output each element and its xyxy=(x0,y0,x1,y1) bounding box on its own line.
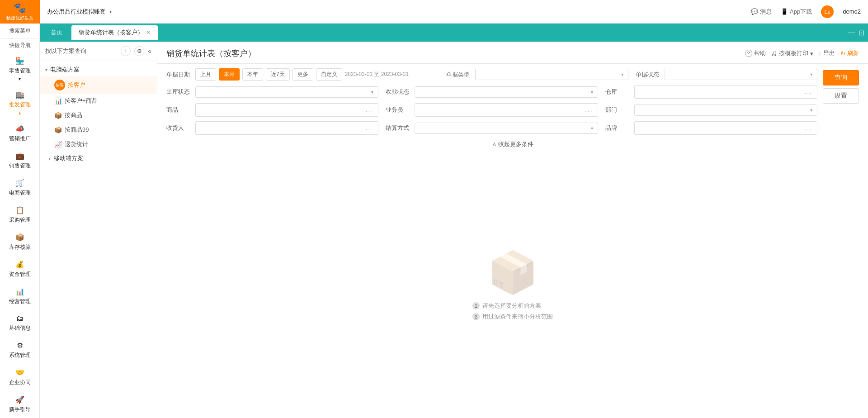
salesperson-label: 业务员 xyxy=(386,106,411,114)
sidebar-item-label: 营销推广 xyxy=(9,135,31,142)
tree-group-pc[interactable]: ▾ 电脑端方案 xyxy=(40,63,157,76)
wholesale-icon: 🏬 xyxy=(15,90,24,99)
basic-icon: 🗂 xyxy=(16,314,24,323)
doc-type-arrow: ▾ xyxy=(621,72,623,77)
sidebar-item-label: 批发管理 xyxy=(9,101,31,109)
tab-sales-stats[interactable]: 销货单统计表（按客户） ✕ xyxy=(71,25,158,40)
last-7-btn[interactable]: 近7天 xyxy=(266,68,290,81)
receiver-input[interactable]: ... xyxy=(195,121,378,135)
sidebar-item-label: 系统管理 xyxy=(9,352,31,359)
sidebar-item-label: 经营管理 xyxy=(9,298,31,305)
tab-home[interactable]: 首页 xyxy=(43,25,70,40)
sidebar-item-marketing[interactable]: 📣 营销推广 xyxy=(0,120,40,147)
username: demo2 xyxy=(843,8,861,15)
help-label: 帮助 xyxy=(754,49,766,57)
filter-row-4: 收货人 ... 结算方式 ▾ xyxy=(166,121,817,135)
this-month-btn[interactable]: 本月 xyxy=(219,68,240,81)
finance-icon: 💰 xyxy=(15,260,24,269)
receipt-status-select[interactable]: ▾ xyxy=(415,86,598,98)
query-button[interactable]: 查询 xyxy=(823,70,859,86)
settings-scheme-btn[interactable]: ⚙ xyxy=(134,46,144,56)
empty-step-2-text: 用过滤条件来缩小分析范围 xyxy=(482,313,553,321)
sidebar-search[interactable]: 搜索菜单 xyxy=(0,24,40,39)
sidebar-item-inventory[interactable]: 📦 库存核算 xyxy=(0,228,40,256)
user-avatar[interactable]: Ea xyxy=(821,5,834,18)
sidebar-item-enterprise[interactable]: 🤝 企业协同 xyxy=(0,364,40,391)
tree-group-mobile[interactable]: ▸ 移动端方案 xyxy=(40,152,157,165)
sidebar: 🐾 畅捷优好生意 搜索菜单 快捷导航 🏪 零售管理 ▾ 🏬 批发管理 ▴ 📣 营… xyxy=(0,0,40,418)
tree-item-by-customer-product[interactable]: 📊 按客户+商品 xyxy=(40,94,157,108)
doc-status-select[interactable]: ▾ xyxy=(665,69,817,80)
doc-status-field: 单据状态 ▾ xyxy=(636,69,817,80)
help-btn[interactable]: ? 帮助 xyxy=(745,49,766,57)
sidebar-item-finance[interactable]: 💰 资金管理 xyxy=(0,256,40,283)
custom-btn[interactable]: 自定义 xyxy=(316,68,342,81)
header-dropdown-arrow[interactable]: ▾ xyxy=(109,9,112,14)
salesperson-field: 业务员 ... xyxy=(386,103,598,117)
dept-field: 部门 ▾ xyxy=(605,104,817,116)
sidebar-item-label: 企业协同 xyxy=(9,379,31,386)
this-year-btn[interactable]: 本年 xyxy=(242,68,263,81)
dept-select[interactable]: ▾ xyxy=(634,104,817,116)
step-num-2: 2 xyxy=(472,313,480,320)
tab-expand-area: — ⊡ xyxy=(848,28,864,37)
left-panel-actions: + ⚙ « xyxy=(121,46,151,56)
expand-btn[interactable]: ⊡ xyxy=(859,28,864,37)
outbound-select[interactable]: ▾ xyxy=(195,86,378,98)
sidebar-item-sales[interactable]: 💼 销售管理 xyxy=(0,147,40,174)
sidebar-item-basic[interactable]: 🗂 基础信息 xyxy=(0,310,40,337)
sidebar-item-system[interactable]: ⚙ 系统管理 xyxy=(0,337,40,364)
salesperson-dots: ... xyxy=(585,106,593,114)
tree-group-mobile-arrow: ▸ xyxy=(49,156,51,161)
tree-item-by-product99[interactable]: 📦 按商品99 xyxy=(40,123,157,137)
message-action[interactable]: 💬 消息 xyxy=(751,8,772,16)
salesperson-input[interactable]: ... xyxy=(415,103,598,117)
doc-type-select[interactable]: ▾ xyxy=(475,69,628,80)
app-download-action[interactable]: 📱 App下载 xyxy=(781,8,812,16)
sidebar-menu: 🏪 零售管理 ▾ 🏬 批发管理 ▴ 📣 营销推广 💼 销售管理 🛒 电商管理 📋… xyxy=(0,52,40,418)
sidebar-item-ecommerce[interactable]: 🛒 电商管理 xyxy=(0,174,40,201)
refresh-btn[interactable]: ↻ 刷新 xyxy=(840,49,859,57)
sidebar-item-operation[interactable]: 📊 经营管理 xyxy=(0,283,40,310)
product-label: 商品 xyxy=(166,106,192,114)
purchase-icon: 📋 xyxy=(15,206,24,214)
empty-state: 📦 1 请先选择要分析的方案 2 用过滤条件来缩小分析范围 xyxy=(157,154,868,418)
last-month-btn[interactable]: 上月 xyxy=(195,68,216,81)
print-btn[interactable]: 🖨 按模板打印 ▾ xyxy=(771,49,813,57)
settlement-select[interactable]: ▾ xyxy=(415,123,598,134)
settlement-field: 结算方式 ▾ xyxy=(386,123,598,134)
sales-icon: 💼 xyxy=(15,152,24,160)
collapse-panel-btn[interactable]: « xyxy=(148,48,151,55)
header-right: 💬 消息 📱 App下载 Ea demo2 xyxy=(751,5,861,18)
warehouse-input[interactable]: ... xyxy=(634,85,817,99)
product-dots: ... xyxy=(366,106,374,114)
add-scheme-btn[interactable]: + xyxy=(121,46,131,56)
header-left: 办公用品行业模拟账套 ▾ xyxy=(47,8,112,16)
sidebar-item-purchase[interactable]: 📋 采购管理 xyxy=(0,201,40,228)
minimize-btn[interactable]: — xyxy=(848,28,855,37)
brand-dots: ... xyxy=(804,124,812,132)
collapse-more-btn[interactable]: ∧ 收起更多条件 xyxy=(486,138,539,150)
inventory-icon: 📦 xyxy=(15,233,24,242)
sidebar-nav[interactable]: 快捷导航 xyxy=(0,39,40,52)
filter-row-3: 商品 ... 业务员 ... xyxy=(166,103,817,117)
tree-item-return-stats[interactable]: 📈 退货统计 xyxy=(40,137,157,152)
tree-group-mobile-label: 移动端方案 xyxy=(54,154,83,162)
settings-button[interactable]: 设置 xyxy=(823,88,859,104)
tree-item-by-product[interactable]: 📦 按商品 xyxy=(40,108,157,123)
settlement-label: 结算方式 xyxy=(386,124,411,132)
product-input[interactable]: ... xyxy=(195,103,378,117)
sidebar-logo[interactable]: 🐾 畅捷优好生意 xyxy=(0,0,40,24)
brand-input[interactable]: ... xyxy=(634,121,817,135)
close-tab-icon[interactable]: ✕ xyxy=(146,29,151,36)
filter-fields-area: 单据日期 上月 本月 本年 近7天 更多 自定义 2023-03-01 至 20… xyxy=(166,68,817,135)
sidebar-item-retail[interactable]: 🏪 零售管理 ▾ xyxy=(0,52,40,86)
export-btn[interactable]: ↑ 导出 xyxy=(819,49,835,57)
customer-product-icon: 📊 xyxy=(54,97,62,104)
sidebar-item-wholesale[interactable]: 🏬 批发管理 ▴ xyxy=(0,86,40,120)
sidebar-item-newbie[interactable]: 🚀 新手引导 xyxy=(0,391,40,418)
tree-item-return-stats-label: 退货统计 xyxy=(65,140,88,148)
tree-item-by-customer[interactable]: 按客按客户 xyxy=(40,76,157,94)
more-btn[interactable]: 更多 xyxy=(292,68,313,81)
ecommerce-icon: 🛒 xyxy=(15,179,24,187)
